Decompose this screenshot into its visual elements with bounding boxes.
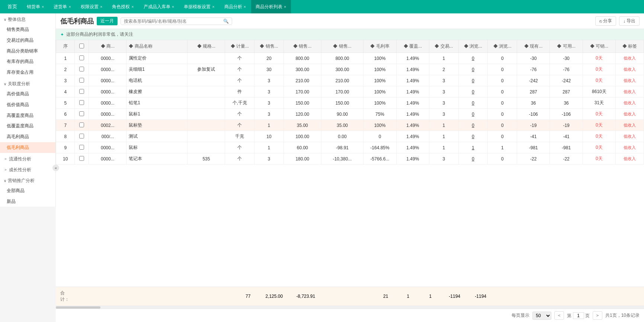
- cell-view1[interactable]: 0: [458, 64, 488, 75]
- cell-view1[interactable]: 0: [458, 131, 488, 142]
- search-input[interactable]: [124, 19, 223, 24]
- sidebar-item-high-value[interactable]: 高价值商品: [0, 89, 55, 99]
- horizontal-scrollbar[interactable]: [56, 306, 644, 309]
- th-coverage[interactable]: ◆ 覆盖...: [396, 40, 429, 53]
- close-icon[interactable]: ×: [244, 4, 246, 9]
- th-view2[interactable]: ◆ 浏览...: [488, 40, 517, 53]
- cell-gross-rate: 100%: [363, 75, 396, 86]
- nav-product-analysis[interactable]: 商品分析×: [220, 0, 250, 13]
- cell-name: 鼠标1: [126, 109, 188, 120]
- row-checkbox[interactable]: [79, 55, 84, 60]
- row-checkbox[interactable]: [79, 111, 84, 116]
- th-avail-stock[interactable]: ◆ 可用...: [550, 40, 583, 53]
- sidebar-item-new-products[interactable]: 新品: [0, 196, 55, 207]
- sidebar-group-liquidity[interactable]: ＞ 流通性分析: [0, 153, 55, 164]
- nav-sales-order[interactable]: 销货单×: [22, 0, 48, 13]
- collapse-sidebar-button[interactable]: «: [52, 165, 59, 171]
- th-sales-qty[interactable]: ◆ 销售...: [254, 40, 284, 53]
- cell-check[interactable]: [75, 131, 89, 142]
- th-spec[interactable]: ◆ 规格...: [188, 40, 225, 53]
- prev-page-button[interactable]: ＜: [554, 311, 564, 320]
- cell-curr-stock: -19: [517, 120, 550, 131]
- filter-recent-month-button[interactable]: 近一月: [97, 17, 118, 25]
- cell-view1[interactable]: 0: [458, 109, 488, 120]
- th-code[interactable]: ◆ 商...: [89, 40, 126, 53]
- th-name[interactable]: ◆ 商品名称: [126, 40, 188, 53]
- cell-view1[interactable]: 1: [458, 142, 488, 153]
- sidebar-item-low-margin[interactable]: 低毛利商品: [0, 142, 55, 153]
- cell-view1[interactable]: 0: [458, 53, 488, 64]
- sidebar-group-growth[interactable]: ＞ 成长性分析: [0, 164, 55, 175]
- share-button[interactable]: ⎋ 分享: [595, 16, 616, 26]
- nav-product-analysis-list[interactable]: 商品分析列表×: [251, 0, 291, 13]
- sidebar-item-low-value[interactable]: 低价值商品: [0, 99, 55, 110]
- cell-view1[interactable]: 0: [458, 75, 488, 86]
- row-checkbox[interactable]: [79, 145, 84, 150]
- cell-view1[interactable]: 0: [458, 98, 488, 109]
- export-button[interactable]: ↓ 导出: [619, 16, 640, 26]
- sidebar-item-capital[interactable]: 库存资金占用: [0, 67, 55, 78]
- row-checkbox[interactable]: [79, 78, 84, 83]
- close-icon[interactable]: ×: [42, 4, 44, 9]
- sidebar-item-category-rate[interactable]: 商品分类助销率: [0, 46, 55, 57]
- nav-role-auth[interactable]: 角色授权×: [108, 0, 138, 13]
- th-curr-stock[interactable]: ◆ 现有...: [517, 40, 550, 53]
- th-trans[interactable]: ◆ 交易...: [429, 40, 459, 53]
- sidebar-group-marketing[interactable]: ∨ 营销推广分析: [0, 175, 55, 185]
- cell-avail-stock: -41: [550, 131, 583, 142]
- sidebar-group-overall[interactable]: ∨ 整体信息: [0, 13, 55, 24]
- sidebar-item-sales-products[interactable]: 销售类商品: [0, 24, 55, 35]
- cell-check[interactable]: [75, 153, 89, 165]
- th-sales-amt[interactable]: ◆ 销售...: [283, 40, 321, 53]
- sidebar-item-all-products[interactable]: 全部商品: [0, 185, 55, 196]
- th-unit[interactable]: ◆ 计量...: [225, 40, 254, 53]
- cell-check[interactable]: [75, 142, 89, 153]
- nav-product-entry[interactable]: 产成品入库单×: [139, 0, 179, 13]
- cell-trans: 3: [429, 109, 459, 120]
- nav-template-settings[interactable]: 单据模板设置×: [179, 0, 219, 13]
- per-page-select[interactable]: 50 100 200: [532, 312, 551, 320]
- cell-check[interactable]: [75, 86, 89, 98]
- cell-check[interactable]: [75, 98, 89, 109]
- close-icon[interactable]: ×: [100, 4, 102, 9]
- sidebar-item-in-stock[interactable]: 有库存的商品: [0, 56, 55, 67]
- sidebar-item-high-coverage[interactable]: 高覆盖度商品: [0, 110, 55, 121]
- select-all-checkbox[interactable]: [79, 44, 84, 48]
- nav-purchase-order[interactable]: 进货单×: [49, 0, 75, 13]
- cell-check[interactable]: [75, 53, 89, 64]
- th-tag: ◆ 标签: [616, 40, 644, 53]
- row-checkbox[interactable]: [79, 67, 84, 71]
- cell-check[interactable]: [75, 120, 89, 131]
- row-checkbox[interactable]: [79, 122, 84, 127]
- close-icon[interactable]: ×: [68, 4, 71, 9]
- nav-permissions[interactable]: 权限设置×: [76, 0, 107, 13]
- th-view1[interactable]: ◆ 浏览...: [458, 40, 488, 53]
- footer-sales-amt: 2,125.00: [259, 294, 289, 299]
- sidebar-item-low-coverage[interactable]: 低覆盖度商品: [0, 121, 55, 131]
- nav-home[interactable]: 首页: [3, 0, 22, 13]
- row-checkbox[interactable]: [79, 100, 84, 105]
- cell-view1[interactable]: 0: [458, 86, 488, 98]
- sidebar-item-traded-products[interactable]: 交易过的商品: [0, 35, 55, 46]
- th-saleable[interactable]: ◆ 可销...: [583, 40, 615, 53]
- cell-check[interactable]: [75, 109, 89, 120]
- th-sales-profit[interactable]: ◆ 销售...: [321, 40, 363, 53]
- th-gross-rate[interactable]: ◆ 毛利率: [363, 40, 396, 53]
- cell-view1[interactable]: 0: [458, 120, 488, 131]
- sidebar-group-relevance[interactable]: ∨ 关联度分析: [0, 78, 55, 89]
- row-checkbox[interactable]: [79, 134, 84, 138]
- search-icon[interactable]: 🔍: [223, 19, 229, 24]
- cell-check[interactable]: [75, 75, 89, 86]
- next-page-button[interactable]: ＞: [593, 311, 602, 320]
- cell-view1[interactable]: 0: [458, 153, 488, 165]
- page-number-input[interactable]: [573, 312, 584, 319]
- close-icon[interactable]: ×: [131, 4, 134, 9]
- close-icon[interactable]: ×: [284, 4, 286, 9]
- scrollbar-thumb[interactable]: [56, 306, 100, 309]
- cell-check[interactable]: [75, 64, 89, 75]
- close-icon[interactable]: ×: [212, 4, 214, 9]
- close-icon[interactable]: ×: [172, 4, 174, 9]
- row-checkbox[interactable]: [79, 89, 84, 94]
- sidebar-item-high-margin[interactable]: 高毛利商品: [0, 131, 55, 142]
- row-checkbox[interactable]: [79, 156, 84, 161]
